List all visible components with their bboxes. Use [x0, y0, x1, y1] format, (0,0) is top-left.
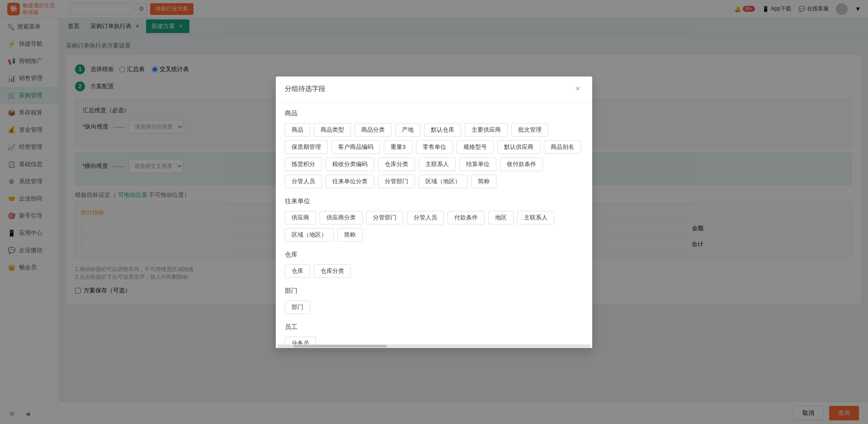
field-tag-payment-terms[interactable]: 收付款条件	[500, 157, 543, 171]
section-partner: 往来单位 供应商 供应商分类 分管部门 分管人员 付款条件 地区 主联系人 区域…	[285, 197, 583, 242]
section-warehouse-title: 仓库	[285, 251, 583, 259]
field-tag-payment-cond[interactable]: 付款条件	[448, 211, 485, 224]
section-partner-tags: 供应商 供应商分类 分管部门 分管人员 付款条件 地区 主联系人 区域（地区） …	[285, 211, 583, 242]
field-tag-main-supplier[interactable]: 主要供应商	[465, 123, 508, 137]
field-tag-partner-category[interactable]: 往来单位分类	[326, 175, 374, 188]
field-tag-shelf-life[interactable]: 保质期管理	[285, 140, 328, 154]
field-tag-partner-contact[interactable]: 主联系人	[517, 211, 554, 224]
section-employee-tags: 业务员	[285, 337, 583, 344]
modal-overlay: 分组待选字段 × 商品 商品 商品类型 商品分类 产地 默认仓库 主要供应商 批…	[0, 0, 868, 424]
field-tag-default-supplier[interactable]: 默认供应商	[497, 140, 540, 154]
field-tag-short-name[interactable]: 简称	[471, 175, 496, 188]
field-tag-partner-short[interactable]: 简称	[337, 228, 363, 242]
modal-body: 商品 商品 商品类型 商品分类 产地 默认仓库 主要供应商 批次管理 保质期管理…	[276, 102, 592, 344]
field-tag-customer-code[interactable]: 客户商品编码	[331, 140, 380, 154]
section-warehouse: 仓库 仓库 仓库分类	[285, 251, 583, 278]
modal-header: 分组待选字段 ×	[276, 76, 592, 102]
section-product-title: 商品	[285, 110, 583, 118]
field-tag-warehouse-cat[interactable]: 仓库分类	[314, 264, 351, 278]
modal-close-button[interactable]: ×	[572, 84, 583, 95]
field-tag-supplier[interactable]: 供应商	[285, 211, 316, 224]
section-employee: 员工 业务员	[285, 323, 583, 344]
field-tag-default-warehouse[interactable]: 默认仓库	[424, 123, 461, 137]
section-department-tags: 部门	[285, 300, 583, 314]
field-tag-weight[interactable]: 重量3	[384, 140, 412, 154]
field-tag-partner-region[interactable]: 区域（地区）	[285, 228, 334, 242]
field-tag-product[interactable]: 商品	[285, 123, 310, 137]
section-employee-title: 员工	[285, 323, 583, 331]
field-tag-product-type[interactable]: 商品类型	[314, 123, 351, 137]
field-tag-retail-unit[interactable]: 零售单位	[416, 140, 453, 154]
section-department: 部门 部门	[285, 287, 583, 314]
field-tag-region[interactable]: 区域（地区）	[419, 175, 467, 188]
section-product: 商品 商品 商品类型 商品分类 产地 默认仓库 主要供应商 批次管理 保质期管理…	[285, 110, 583, 188]
field-tag-partner-supervisor[interactable]: 分管人员	[407, 211, 444, 224]
field-tag-dept[interactable]: 分管部门	[378, 175, 415, 188]
field-tag-warehouse[interactable]: 仓库	[285, 264, 310, 278]
field-tag-warehouse-category[interactable]: 仓库分类	[378, 157, 415, 171]
modal-hscroll[interactable]	[276, 344, 592, 348]
section-partner-title: 往来单位	[285, 197, 583, 205]
section-warehouse-tags: 仓库 仓库分类	[285, 264, 583, 278]
field-tag-area[interactable]: 地区	[488, 211, 514, 224]
field-tag-settlement-unit[interactable]: 结算单位	[459, 157, 496, 171]
field-tag-supervisor[interactable]: 分管人员	[285, 175, 322, 188]
section-product-tags: 商品 商品类型 商品分类 产地 默认仓库 主要供应商 批次管理 保质期管理 客户…	[285, 123, 583, 188]
hscroll-thumb	[293, 345, 387, 348]
field-tag-department[interactable]: 部门	[285, 300, 310, 314]
field-tag-sales-rep[interactable]: 业务员	[285, 337, 316, 344]
field-tag-origin[interactable]: 产地	[395, 123, 420, 137]
field-tag-product-alias[interactable]: 商品别名	[544, 140, 581, 154]
field-tag-spec-model[interactable]: 规格型号	[457, 140, 494, 154]
field-tag-batch-mgmt[interactable]: 批次管理	[511, 123, 548, 137]
field-tag-supplier-category[interactable]: 供应商分类	[320, 211, 363, 224]
field-tag-tax-code[interactable]: 税收分类编码	[326, 157, 374, 171]
field-tag-main-contact[interactable]: 主联系人	[419, 157, 456, 171]
field-tag-partner-dept[interactable]: 分管部门	[366, 211, 403, 224]
hscroll-track	[278, 345, 590, 348]
modal-title: 分组待选字段	[285, 85, 326, 93]
modal-dialog: 分组待选字段 × 商品 商品 商品类型 商品分类 产地 默认仓库 主要供应商 批…	[276, 76, 592, 348]
section-department-title: 部门	[285, 287, 583, 295]
field-tag-product-category[interactable]: 商品分类	[354, 123, 392, 137]
field-tag-pick-points[interactable]: 拣货积分	[285, 157, 322, 171]
